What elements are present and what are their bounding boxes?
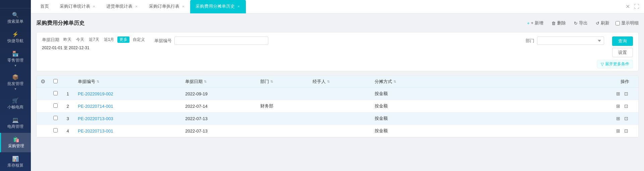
search-date-field: 单据日期 昨天 今天 近7天 近1月 更多 自定义 2022-01-01 至 2… [42, 36, 146, 51]
edit-icon[interactable]: ⊞ [615, 90, 621, 97]
row-doc-no: PE-20220713-001 [74, 125, 181, 137]
row-handler [309, 112, 371, 125]
sort-icon[interactable]: ⇅ [393, 80, 396, 83]
close-icon[interactable]: × [237, 4, 240, 9]
row-settings [37, 88, 49, 100]
more-actions-icon[interactable]: ⊡ [624, 127, 629, 134]
edit-icon[interactable]: ⊞ [615, 127, 621, 134]
row-split-method: 按金额 [371, 88, 611, 100]
sidebar-item-micro[interactable]: 🛒 小畅电商 [0, 94, 31, 113]
tab-home-label: 首页 [40, 3, 49, 9]
row-settings [37, 112, 49, 125]
search-expand-row: ▽ 展开更多条件 [42, 60, 633, 68]
doc-no-label: 单据编号 [154, 38, 172, 44]
last7days-btn[interactable]: 近7天 [88, 36, 101, 43]
dept-select[interactable]: 财务部 [537, 36, 604, 45]
ecommerce-icon: 💻 [12, 117, 19, 123]
sort-icon[interactable]: ⇅ [204, 80, 207, 83]
sidebar-item-wholesale[interactable]: 📦 批发管理 ▼ [0, 71, 31, 94]
edit-icon[interactable]: ⊞ [615, 103, 621, 109]
close-window-icon[interactable]: ✕ [625, 3, 631, 10]
tab-purchase-order-stats[interactable]: 采购订单统计表 × [54, 0, 101, 13]
tab-purchase-order-exec[interactable]: 采购订单执行表 × [144, 0, 190, 13]
yesterday-btn[interactable]: 昨天 [62, 36, 73, 43]
select-all-checkbox[interactable] [53, 79, 58, 83]
edit-icon[interactable]: ⊞ [615, 115, 621, 122]
expand-conditions-btn[interactable]: ▽ 展开更多条件 [597, 60, 633, 68]
doc-no-link[interactable]: PE-20220713-001 [78, 129, 113, 134]
sort-icon[interactable]: ⇅ [327, 80, 330, 83]
sidebar-item-quick-nav[interactable]: ⚡ 快捷导航 [0, 28, 31, 47]
table-row: 3 PE-20220713-003 2022-07-13 按金额 ⊞ ⊡ [37, 112, 638, 125]
refresh-button[interactable]: ↺ 刷新 [594, 19, 611, 27]
date-shortcuts: 昨天 今天 近7天 近1月 更多 自定义 [62, 36, 146, 43]
close-icon[interactable]: × [181, 4, 185, 9]
row-select-checkbox[interactable] [53, 103, 58, 108]
more-actions-icon[interactable]: ⊡ [624, 90, 629, 97]
more-actions-icon[interactable]: ⊡ [624, 115, 629, 122]
custom-date-btn[interactable]: 自定义 [131, 36, 146, 43]
setting-button[interactable]: 设置 [612, 48, 633, 57]
search-menu-icon: 🔍 [12, 12, 19, 18]
row-doc-no: PE-20220713-003 [74, 112, 181, 125]
tab-purchase-cost-split[interactable]: 采购费用分摊单历史 × [190, 0, 246, 13]
th-num [62, 76, 74, 88]
row-date: 2022-07-13 [181, 112, 256, 125]
last1month-btn[interactable]: 近1月 [103, 36, 116, 43]
tab-stock-in-stats[interactable]: 进货单统计表 × [101, 0, 143, 13]
row-select-checkbox[interactable] [53, 91, 58, 95]
today-btn[interactable]: 今天 [75, 36, 86, 43]
sidebar-item-ecommerce[interactable]: 💻 电商管理 [0, 113, 31, 133]
tab-label: 采购订单统计表 [60, 3, 90, 9]
page-title: 采购费用分摊单历史 [36, 20, 85, 27]
th-settings: ⚙ [37, 76, 49, 88]
date-range-text[interactable]: 2022-01-01 至 2022-12-31 [42, 45, 146, 51]
table-row: 4 PE-20220713-001 2022-07-13 按金额 ⊞ ⊡ [37, 125, 638, 137]
sidebar-item-purchase[interactable]: 🛍️ 采购管理 [0, 133, 31, 152]
row-actions: ⊞ ⊡ [611, 112, 638, 125]
row-checkbox [49, 88, 62, 100]
sort-icon[interactable]: ⇅ [270, 80, 273, 83]
search-actions-col: 查询 设置 [612, 36, 633, 57]
row-doc-no: PE-20220919-002 [74, 88, 181, 100]
close-icon[interactable]: × [135, 4, 138, 9]
sidebar-item-search[interactable]: 🔍 搜索菜单 [0, 8, 31, 28]
row-select-checkbox[interactable] [53, 116, 58, 120]
table-header-row: ⚙ 单据编号 ⇅ [37, 76, 638, 88]
page-content: 采购费用分摊单历史 + + 新增 🗑 删除 ↻ 导出 ↺ 刷新 [31, 13, 644, 171]
doc-no-link[interactable]: PE-20220713-003 [78, 116, 113, 121]
sidebar-item-inventory[interactable]: 📊 库存核算 [0, 152, 31, 171]
row-checkbox [49, 112, 62, 125]
add-button[interactable]: + + 新增 [525, 19, 545, 27]
th-split-method: 分摊方式 ⇅ [371, 76, 611, 88]
close-icon[interactable]: × [92, 4, 96, 9]
sort-icon[interactable]: ⇅ [97, 80, 99, 83]
search-dept-field: 部门 财务部 [526, 36, 604, 45]
more-dates-btn[interactable]: 更多 [117, 36, 129, 43]
main-content: 首页 采购订单统计表 × 进货单统计表 × 采购订单执行表 × 采购费用分摊单历… [31, 0, 644, 171]
delete-button[interactable]: 🗑 删除 [549, 19, 568, 27]
inventory-icon: 📊 [12, 156, 19, 162]
sidebar-item-label: 小畅电商 [7, 104, 23, 110]
row-select-checkbox[interactable] [53, 128, 58, 133]
more-actions-icon[interactable]: ⊡ [624, 103, 629, 109]
th-dept: 部门 ⇅ [256, 76, 309, 88]
search-main-row: 单据日期 昨天 今天 近7天 近1月 更多 自定义 2022-01-01 至 2… [42, 36, 633, 57]
tab-home[interactable]: 首页 [35, 0, 54, 13]
doc-no-link[interactable]: PE-20220919-002 [78, 91, 113, 96]
row-num: 4 [62, 125, 74, 137]
show-detail-checkbox[interactable] [615, 21, 620, 25]
sidebar-item-retail[interactable]: 🏪 零售管理 ▼ [0, 47, 31, 71]
micro-ecommerce-icon: 🛒 [12, 97, 19, 104]
purchase-icon: 🛍️ [13, 136, 19, 143]
show-detail-toggle: 显示明细 [615, 20, 639, 26]
row-settings [37, 100, 49, 112]
gear-icon[interactable]: ⚙ [41, 79, 45, 84]
export-button[interactable]: ↻ 导出 [572, 19, 590, 27]
doc-no-input[interactable] [174, 36, 268, 45]
row-dept: 财务部 [256, 100, 309, 112]
tab-label: 进货单统计表 [106, 3, 132, 9]
doc-no-link[interactable]: PE-20220714-001 [78, 104, 113, 109]
maximize-icon[interactable]: ⛶ [633, 3, 640, 10]
query-button[interactable]: 查询 [612, 36, 633, 46]
